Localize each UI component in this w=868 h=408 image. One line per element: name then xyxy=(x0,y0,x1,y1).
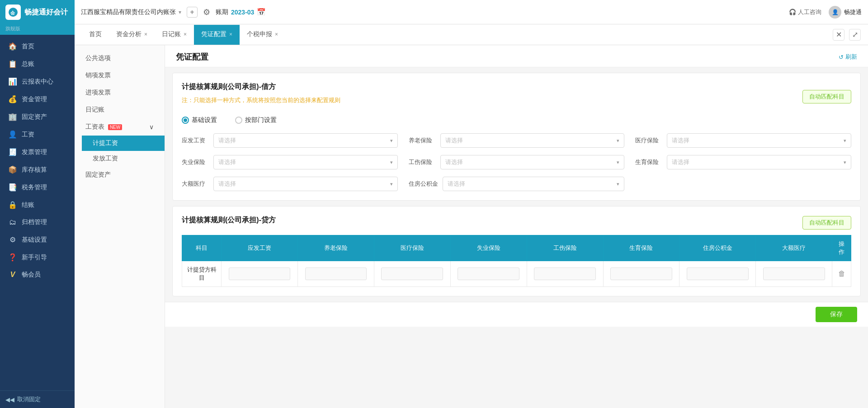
user-menu[interactable]: 👤 畅捷通 xyxy=(829,6,862,19)
sidebar-item-salary[interactable]: 👤 工资 xyxy=(0,126,75,143)
col-yanglao: 养老保险 xyxy=(298,235,374,261)
tab-tax[interactable]: 个税申报 × xyxy=(240,25,285,45)
select-placeholder: 请选择 xyxy=(672,158,689,166)
sidebar-item-close[interactable]: 🔒 结账 xyxy=(0,196,75,214)
delete-row-button[interactable]: 🗑 xyxy=(838,270,845,277)
tab-voucher-config[interactable]: 凭证配置 × xyxy=(194,25,240,45)
left-nav-sales-invoice[interactable]: 销项发票 xyxy=(75,67,165,84)
input-yingfa[interactable] xyxy=(229,267,291,280)
tab-capital[interactable]: 资金分析 × xyxy=(109,25,155,45)
sidebar-item-settings[interactable]: ⚙ 基础设置 xyxy=(0,231,75,249)
refresh-icon: ↺ xyxy=(839,54,844,61)
save-button[interactable]: 保存 xyxy=(816,307,857,322)
credit-auto-match-button[interactable]: 自动匹配科目 xyxy=(802,216,851,230)
user-name: 畅捷通 xyxy=(844,8,862,16)
tab-close-icon[interactable]: × xyxy=(275,31,278,38)
left-nav-calc-salary[interactable]: 计提工资 xyxy=(82,136,165,151)
radio-basic[interactable]: 基础设置 xyxy=(182,116,217,124)
tab-journal[interactable]: 日记账 × xyxy=(155,25,194,45)
select-yanglao[interactable]: 请选择 ▾ xyxy=(440,133,625,148)
tab-close-icon[interactable]: × xyxy=(229,31,232,38)
tab-label: 个税申报 xyxy=(247,30,272,38)
sidebar-item-archive[interactable]: 🗂 归档管理 xyxy=(0,214,75,231)
period-selector[interactable]: 账期 2023-03 📅 xyxy=(216,8,266,16)
sidebar-item-ledger[interactable]: 📋 总账 xyxy=(0,55,75,73)
chevron-down-icon: ▾ xyxy=(390,159,393,165)
input-yanglao[interactable] xyxy=(305,267,367,280)
col-dae: 大额医疗 xyxy=(756,235,832,261)
debit-header-row: 计提核算规则(公司承担)-借方 注：只能选择一种方式，系统将按照您当前的选择来配… xyxy=(182,82,851,111)
table-row: 计提贷方科目 🗑 xyxy=(182,261,851,287)
tab-home[interactable]: 首页 xyxy=(82,25,109,45)
sidebar-item-label: 首页 xyxy=(22,42,34,51)
unpin-label: 取消固定 xyxy=(17,395,41,403)
form-item-dae: 大额医疗 请选择 ▾ xyxy=(182,177,398,191)
sidebar-item-label: 归档管理 xyxy=(22,218,47,226)
select-shiye[interactable]: 请选择 ▾ xyxy=(213,155,398,169)
save-bar: 保存 xyxy=(165,302,868,327)
add-account-button[interactable]: + xyxy=(187,7,198,18)
tab-close-icon[interactable]: × xyxy=(144,31,147,38)
sidebar-item-label: 结账 xyxy=(22,201,34,209)
reports-icon: 📊 xyxy=(8,77,17,86)
sidebar-item-vip[interactable]: V 畅会员 xyxy=(0,266,75,283)
form-item-shiye: 失业保险 请选择 ▾ xyxy=(182,155,398,169)
left-nav-fixed-assets[interactable]: 固定资产 xyxy=(75,166,165,183)
input-yiliao[interactable] xyxy=(381,267,443,280)
input-shiye[interactable] xyxy=(458,267,519,280)
sidebar-item-reports[interactable]: 📊 云报表中心 xyxy=(0,73,75,90)
salary-icon: 👤 xyxy=(8,130,17,139)
select-dae[interactable]: 请选择 ▾ xyxy=(213,177,398,191)
company-name: 江西服宝精品有限责任公司内账张 xyxy=(81,8,176,16)
select-yiliao[interactable]: 请选择 ▾ xyxy=(667,133,851,148)
unpin-button[interactable]: ◀◀ 取消固定 xyxy=(0,390,75,408)
debit-auto-match-button[interactable]: 自动匹配科目 xyxy=(802,90,851,103)
input-dae[interactable] xyxy=(763,267,825,280)
left-nav-journal[interactable]: 日记账 xyxy=(75,101,165,118)
sidebar-item-guide[interactable]: ❓ 新手引导 xyxy=(0,249,75,266)
input-gongshang[interactable] xyxy=(534,267,596,280)
app-logo: 会 畅捷通好会计 xyxy=(0,0,75,24)
col-shiye: 失业保险 xyxy=(450,235,527,261)
period-value: 2023-03 xyxy=(231,9,254,16)
service-button[interactable]: 🎧 人工咨询 xyxy=(789,8,821,16)
select-placeholder: 请选择 xyxy=(218,158,236,166)
select-yingfa[interactable]: 请选择 ▾ xyxy=(213,133,398,148)
sidebar-item-inventory[interactable]: 📦 库存核算 xyxy=(0,161,75,178)
left-nav-pay-salary[interactable]: 发放工资 xyxy=(82,151,165,166)
select-gongshang[interactable]: 请选择 ▾ xyxy=(440,155,625,169)
debit-radio-group: 基础设置 按部门设置 xyxy=(182,116,851,124)
app-sub-label: 旗舰版 xyxy=(0,24,75,35)
page-content: 凭证配置 ↺ 刷新 计提核算规则(公司承担)-借方 注：只能选择一种方式，系统将… xyxy=(165,45,868,408)
sidebar-item-label: 畅会员 xyxy=(22,271,41,279)
settings-gear-button[interactable]: ⚙ xyxy=(203,7,210,17)
chevron-left-icon: ◀◀ xyxy=(5,396,14,403)
radio-dept[interactable]: 按部门设置 xyxy=(235,116,277,124)
chevron-down-icon: ▾ xyxy=(844,138,846,144)
cell-yingfa xyxy=(222,261,298,287)
content-area: 公共选项 销项发票 进项发票 日记账 工资表 NEW ∨ 计提工资 发放工资 固… xyxy=(75,45,868,408)
sidebar-item-invoice[interactable]: 🧾 发票管理 xyxy=(0,143,75,161)
sidebar-item-assets[interactable]: 🏢 固定资产 xyxy=(0,108,75,126)
radio-basic-circle xyxy=(182,117,189,124)
refresh-button[interactable]: ↺ 刷新 xyxy=(839,53,857,61)
left-nav-purchase-invoice[interactable]: 进项发票 xyxy=(75,84,165,101)
tab-close-icon[interactable]: × xyxy=(184,31,187,38)
sidebar-item-label: 新手引导 xyxy=(22,253,47,262)
sidebar-item-home[interactable]: 🏠 首页 xyxy=(0,38,75,55)
input-zhufang[interactable] xyxy=(687,267,749,280)
sidebar-item-label: 发票管理 xyxy=(22,148,47,156)
company-selector[interactable]: 江西服宝精品有限责任公司内账张 ▾ xyxy=(81,8,181,16)
sidebar-item-tax[interactable]: 📑 税务管理 xyxy=(0,178,75,196)
expand-button[interactable]: ⤢ xyxy=(849,29,861,41)
left-nav-salary-table[interactable]: 工资表 NEW ∨ xyxy=(75,118,165,136)
close-tab-button[interactable]: ✕ xyxy=(833,29,844,41)
left-nav-public[interactable]: 公共选项 xyxy=(75,50,165,67)
select-zhufang[interactable]: 请选择 ▾ xyxy=(443,177,625,191)
select-shengyu[interactable]: 请选择 ▾ xyxy=(667,155,851,169)
form-item-shengyu: 生育保险 请选择 ▾ xyxy=(635,155,851,169)
sidebar-item-capital[interactable]: 💰 资金管理 xyxy=(0,90,75,108)
sidebar-item-label: 资金管理 xyxy=(22,95,47,103)
form-item-yingfa: 应发工资 请选择 ▾ xyxy=(182,133,398,148)
input-shengyu[interactable] xyxy=(610,267,672,280)
